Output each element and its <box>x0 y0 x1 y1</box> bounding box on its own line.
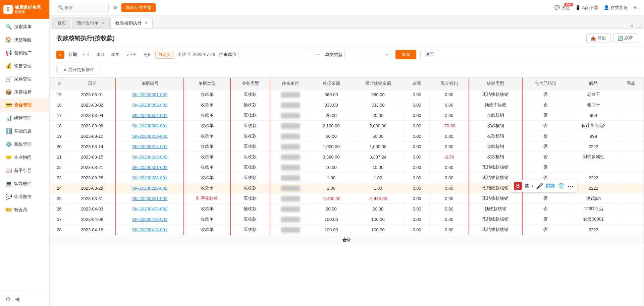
col-header-gear[interactable]: ⚙ <box>50 78 69 89</box>
sidebar-item-guide[interactable]: 📖新手引导 <box>0 164 49 177</box>
tab-close-icon[interactable]: ✕ <box>144 21 148 25</box>
sidebar-item-corp[interactable]: 🤝企业协同 <box>0 151 49 164</box>
last-month-option[interactable]: 上月 <box>79 51 93 58</box>
sidebar-item-marketing[interactable]: 📢营销推广 <box>0 46 49 59</box>
sidebar-item-finance[interactable]: 💳资金管理 <box>0 99 49 112</box>
doc-link[interactable]: SK-20230310-001 <box>132 134 168 139</box>
sidebar-item-basic[interactable]: ℹ️基础信息 <box>0 125 49 138</box>
custom-date-option[interactable]: 自定义 <box>155 51 173 59</box>
sidebar-item-purchase[interactable]: 🛒采购管理 <box>0 72 49 85</box>
sidebar-item-quick[interactable]: 🏠快捷导航 <box>0 33 49 46</box>
table-wrap[interactable]: ⚙日期单据编号单据类型业务类型往来单位单据金额累计核销金额余额现金折扣核销类型包… <box>50 77 644 306</box>
user-label[interactable]: Rit <box>633 5 639 10</box>
unit-input[interactable] <box>238 50 312 59</box>
cell-product_thumb <box>618 89 643 100</box>
receipt-type-select[interactable] <box>344 50 391 59</box>
filter-expand-button[interactable]: » <box>56 51 64 59</box>
filter-dots: ··· <box>314 52 321 58</box>
sidebar-item-label: 企业微信 <box>14 194 32 200</box>
cell-doc_no[interactable]: SK-20230408-001 <box>116 214 184 225</box>
solution-button[interactable]: 体验行业方案 <box>121 3 156 12</box>
cell-include_settled: 否 <box>522 110 569 121</box>
cell-product: 2222 <box>569 141 619 152</box>
sidebar-item-member[interactable]: 🎫畅会员 <box>0 203 49 216</box>
msg-button[interactable]: 💬 消息 99+ <box>554 5 570 11</box>
doc-link[interactable]: SK-20230302-002 <box>132 103 168 108</box>
topbar-search[interactable]: 🔍 <box>55 3 109 12</box>
filter-date-group: 日期 上月 本月 本年 近7天 更多 自定义 <box>68 51 173 59</box>
doc-link[interactable]: SK-20230328-001 <box>132 175 168 180</box>
close-tab-icon[interactable]: ✕ <box>630 23 634 28</box>
cell-doc_type: 收款单 <box>184 89 230 100</box>
doc-link[interactable]: SK-20230408-001 <box>132 217 168 222</box>
doc-link[interactable]: SK-20230308-001 <box>132 123 168 128</box>
cell-doc_no[interactable]: SK-20230310-001 <box>116 131 184 141</box>
tab-collection[interactable]: 收款核销执行✕ <box>110 17 153 28</box>
last7-option[interactable]: 近7天 <box>123 51 139 58</box>
settings-icon[interactable]: ⚙ <box>5 295 11 303</box>
sidebar-item-wechat[interactable]: 💬企业微信 <box>0 190 49 203</box>
cell-doc_no[interactable]: SK-20230403-002 <box>116 204 184 214</box>
tab-prepay[interactable]: 预计应付单✕ <box>72 17 110 28</box>
sidebar-item-system[interactable]: ⚙️系统管理 <box>0 138 49 151</box>
col-header-writeoff: 累计核销金额 <box>352 78 405 89</box>
sidebar-item-label: 系统管理 <box>14 141 32 147</box>
cell-biz_type: 应收款 <box>230 225 270 235</box>
setting-button[interactable]: 设置 <box>420 50 439 59</box>
doc-link[interactable]: SK-20230328-002 <box>132 186 168 191</box>
sidebar-item-search[interactable]: 🔍搜索菜单 <box>0 20 49 33</box>
cell-no: 16 <box>50 100 69 110</box>
cell-doc_type: 收款单 <box>184 131 230 141</box>
collapse-icon[interactable]: ◀ <box>15 295 19 303</box>
sidebar-item-inventory[interactable]: 📦库存核算 <box>0 85 49 99</box>
cell-doc_type: 收款单 <box>184 152 230 162</box>
cell-doc_no[interactable]: SK-20230302-002 <box>116 100 184 110</box>
sidebar-item-operation[interactable]: 📊经营管理 <box>0 112 49 125</box>
sidebar-item-label: 采购管理 <box>14 76 32 82</box>
export-button[interactable]: 📤 导出 <box>586 34 610 43</box>
doc-link[interactable]: SK-20230301-002 <box>132 92 168 97</box>
tab-home[interactable]: 首页 <box>52 17 71 28</box>
search-input[interactable] <box>65 5 106 10</box>
cell-doc_no[interactable]: SK-20230331-002 <box>116 193 184 204</box>
cell-doc_no[interactable]: SK-20230315-002 <box>116 152 184 162</box>
doc-link[interactable]: SK-20230314-001 <box>132 144 168 149</box>
cell-writeoff: 1,000.00 <box>352 141 405 152</box>
cell-doc_no[interactable]: SK-20230328-001 <box>116 173 184 183</box>
query-button[interactable]: 查询 <box>395 50 416 59</box>
cell-doc_no[interactable]: SK-20230304-001 <box>116 110 184 121</box>
cell-doc_no[interactable]: SK-20230418-001 <box>116 225 184 235</box>
doc-link[interactable]: SK-20230331-002 <box>132 196 168 201</box>
cell-doc_no[interactable]: SK-20230308-001 <box>116 121 184 131</box>
cell-doc_no[interactable]: SK-20230321-003 <box>116 162 184 173</box>
doc-link[interactable]: SK-20230418-001 <box>132 227 168 232</box>
doc-link[interactable]: SK-20230321-003 <box>132 165 168 170</box>
doc-link[interactable]: SK-20230403-002 <box>132 206 168 211</box>
tabs-actions: ✕ ⛶ <box>630 23 644 28</box>
cell-include_settled: 否 <box>522 173 569 183</box>
more-option[interactable]: 更多 <box>141 51 154 58</box>
sidebar-item-sales[interactable]: 💰销售管理 <box>0 59 49 72</box>
refresh-button[interactable]: 🔄 刷新 <box>613 34 637 43</box>
tab-label: 预计应付单 <box>77 20 99 26</box>
gear-icon[interactable]: ⚙ <box>113 4 117 11</box>
this-year-option[interactable]: 本年 <box>109 51 122 58</box>
expand-more-button[interactable]: ∨ 展开更多条件 <box>56 65 101 74</box>
doc-link[interactable]: SK-20230315-002 <box>132 155 168 160</box>
page-title: 收款核销执行(按收款) <box>56 34 115 42</box>
service-button[interactable]: 👤 在线客服 <box>604 5 628 11</box>
cell-amount: 100.00 <box>311 225 352 235</box>
doc-link[interactable]: SK-20230304-001 <box>132 113 168 118</box>
sidebar-item-hardware[interactable]: 💻智能硬件 <box>0 177 49 190</box>
cell-discount: 0.00 <box>430 131 469 141</box>
cell-doc_no[interactable]: SK-20230301-002 <box>116 89 184 100</box>
col-header-discount: 现金折扣 <box>430 78 469 89</box>
tab-close-icon[interactable]: ✕ <box>101 21 105 25</box>
table-row: 202023-03-14SK-20230314-001收款单应收款██████1… <box>50 141 644 152</box>
this-month-option[interactable]: 本月 <box>94 51 107 58</box>
app-download-button[interactable]: 📱 App下载 <box>575 5 598 11</box>
cell-partner: ██████ <box>270 173 311 183</box>
cell-doc_no[interactable]: SK-20230314-001 <box>116 141 184 152</box>
cell-doc_no[interactable]: SK-20230328-002 <box>116 183 184 193</box>
expand-tab-icon[interactable]: ⛶ <box>636 23 641 28</box>
